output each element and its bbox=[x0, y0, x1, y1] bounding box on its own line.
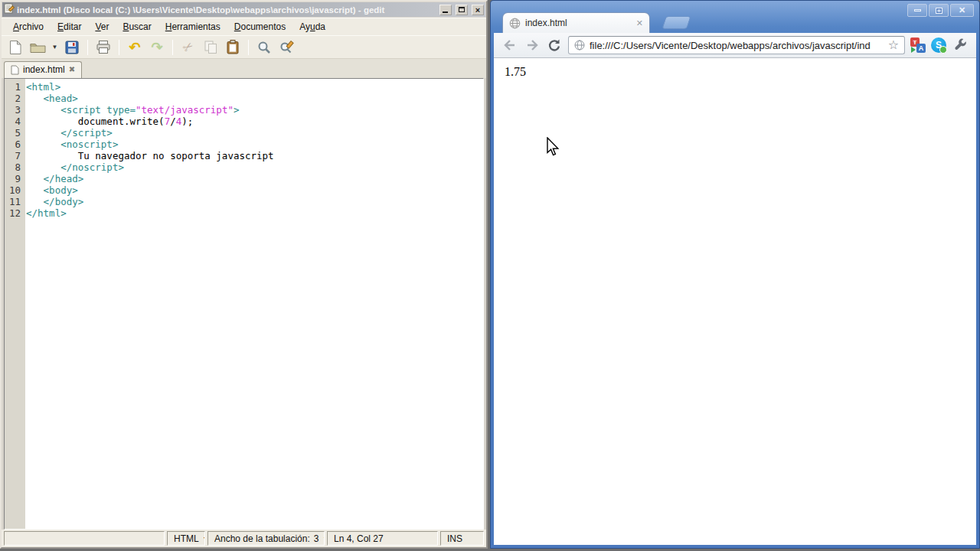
line-number: 10 bbox=[5, 184, 23, 196]
menu-buscar[interactable]: Buscar bbox=[116, 19, 158, 34]
line-number: 4 bbox=[5, 116, 23, 127]
browser-maximize-button[interactable] bbox=[929, 4, 949, 17]
chevron-down-icon: ▼ bbox=[203, 536, 205, 541]
gedit-toolbar: ▼ ↶ ↷ ✂ bbox=[2, 35, 486, 59]
tab-width-dropdown[interactable]: Ancho de la tabulación: 3 ▼ bbox=[207, 531, 325, 546]
line-number: 6 bbox=[5, 139, 23, 150]
gedit-statusbar: HTML ▼ Ancho de la tabulación: 3 ▼ Ln 4,… bbox=[2, 530, 486, 547]
gedit-minimize-button[interactable] bbox=[439, 5, 452, 15]
language-dropdown[interactable]: HTML ▼ bbox=[167, 531, 205, 546]
line-number: 12 bbox=[5, 207, 23, 219]
maximize-icon bbox=[459, 7, 465, 12]
browser-body: file:///C:/Users/Vicente/Desktop/webapps… bbox=[494, 33, 976, 545]
gedit-tab-index-html[interactable]: index.html ✖ bbox=[4, 61, 82, 78]
menu-ver[interactable]: Ver bbox=[88, 19, 116, 34]
save-button[interactable] bbox=[62, 37, 82, 57]
toolbar-separator bbox=[172, 40, 173, 55]
gedit-window: index.html (Disco local (C:) \Users\Vice… bbox=[0, 0, 488, 549]
undo-button[interactable]: ↶ bbox=[125, 37, 145, 57]
gedit-tabbar: index.html ✖ bbox=[2, 59, 486, 78]
menu-documentos[interactable]: Documentos bbox=[227, 19, 292, 34]
page-globe-icon bbox=[574, 40, 585, 51]
minimize-icon bbox=[914, 9, 921, 11]
mouse-cursor-icon bbox=[546, 137, 561, 158]
code-line: 1<html> bbox=[5, 81, 483, 93]
code-line: 10 <body> bbox=[5, 184, 483, 196]
toolbar-separator bbox=[87, 40, 88, 55]
gedit-app-icon bbox=[4, 3, 15, 17]
input-mode-label: INS bbox=[447, 533, 462, 544]
document-icon bbox=[11, 65, 19, 75]
maximize-icon bbox=[936, 8, 942, 14]
globe-favicon-icon bbox=[509, 18, 521, 29]
code-line: 9 </head> bbox=[5, 173, 483, 184]
window-controls: ✕ bbox=[906, 4, 974, 17]
translate-a-icon: A bbox=[916, 44, 926, 53]
gedit-tab-label: index.html bbox=[23, 64, 65, 75]
menu-herramientas[interactable]: Herramientas bbox=[158, 19, 227, 34]
new-document-icon bbox=[9, 40, 22, 55]
cursor-position-panel: Ln 4, Col 27 bbox=[327, 531, 438, 546]
print-button[interactable] bbox=[93, 37, 113, 57]
open-dropdown-button[interactable]: ▼ bbox=[50, 37, 60, 57]
browser-minimize-button[interactable] bbox=[907, 4, 927, 17]
menu-archivo[interactable]: Archivo bbox=[6, 19, 51, 34]
tab-close-icon[interactable]: ✕ bbox=[636, 18, 643, 28]
code-line: 3 <script type="text/javascript"> bbox=[5, 104, 483, 116]
code-line: 8 </noscript> bbox=[5, 161, 483, 173]
browser-close-button[interactable]: ✕ bbox=[950, 4, 974, 17]
wrench-menu-button[interactable] bbox=[952, 37, 969, 54]
gedit-maximize-button[interactable] bbox=[456, 5, 468, 15]
tab-width-value: 3 bbox=[314, 533, 319, 544]
print-icon bbox=[96, 40, 111, 54]
code-line: 7 Tu navegador no soporta javascript bbox=[5, 150, 483, 161]
menu-ayuda[interactable]: Ayuda bbox=[292, 19, 332, 34]
skype-extension-button[interactable]: S bbox=[931, 37, 946, 53]
redo-button[interactable]: ↷ bbox=[147, 37, 167, 57]
line-number: 1 bbox=[5, 81, 23, 93]
url-text[interactable]: file:///C:/Users/Vicente/Desktop/webapps… bbox=[590, 40, 884, 51]
reload-icon bbox=[547, 37, 562, 53]
line-number: 3 bbox=[5, 104, 23, 116]
new-document-button[interactable] bbox=[5, 37, 25, 57]
cut-icon: ✂ bbox=[180, 38, 197, 56]
browser-toolbar: file:///C:/Users/Vicente/Desktop/webapps… bbox=[494, 33, 976, 58]
cut-button[interactable]: ✂ bbox=[178, 37, 198, 57]
open-dropdown-caret: ▼ bbox=[52, 44, 58, 51]
tab-close-icon[interactable]: ✖ bbox=[69, 66, 75, 73]
reload-button[interactable] bbox=[546, 37, 563, 54]
browser-tab-index-html[interactable]: index.html ✕ bbox=[502, 12, 650, 33]
menu-editar[interactable]: Editar bbox=[51, 19, 88, 34]
line-number: 5 bbox=[5, 127, 23, 139]
open-document-button[interactable] bbox=[28, 37, 47, 57]
address-bar[interactable]: file:///C:/Users/Vicente/Desktop/webapps… bbox=[568, 36, 905, 54]
translate-arrow-icon bbox=[911, 47, 916, 53]
gedit-titlebar[interactable]: index.html (Disco local (C:) \Users\Vice… bbox=[2, 2, 485, 17]
browser-tab-label: index.html bbox=[525, 18, 567, 28]
copy-button[interactable] bbox=[201, 37, 220, 57]
page-result-text: 1.75 bbox=[505, 65, 526, 79]
browser-window: index.html ✕ ✕ file:///C:/Users/Vicente/… bbox=[490, 0, 980, 549]
language-label: HTML bbox=[174, 533, 199, 544]
translate-extension-button[interactable]: Ŧ A bbox=[910, 37, 926, 53]
back-button[interactable] bbox=[501, 37, 518, 54]
status-message-panel bbox=[4, 531, 165, 546]
find-replace-icon bbox=[279, 41, 294, 54]
line-number: 9 bbox=[5, 173, 23, 184]
desktop: index.html (Disco local (C:) \Users\Vice… bbox=[0, 0, 980, 551]
paste-button[interactable] bbox=[223, 37, 243, 57]
minimize-icon bbox=[443, 11, 448, 13]
find-replace-button[interactable] bbox=[276, 37, 296, 57]
find-button[interactable] bbox=[254, 37, 274, 57]
new-tab-button[interactable] bbox=[662, 16, 691, 29]
line-number: 2 bbox=[5, 93, 23, 104]
forward-button[interactable] bbox=[524, 37, 541, 54]
code-line: 6 <noscript> bbox=[5, 139, 483, 150]
toolbar-separator bbox=[248, 40, 249, 55]
gedit-close-button[interactable]: × bbox=[472, 5, 484, 15]
gedit-code-area[interactable]: 1<html>2 <head>3 <script type="text/java… bbox=[4, 78, 484, 530]
browser-titlebar[interactable]: index.html ✕ ✕ bbox=[491, 1, 979, 33]
code-line: 2 <head> bbox=[5, 93, 483, 104]
save-icon bbox=[65, 41, 79, 54]
bookmark-star-icon[interactable]: ☆ bbox=[888, 39, 899, 51]
